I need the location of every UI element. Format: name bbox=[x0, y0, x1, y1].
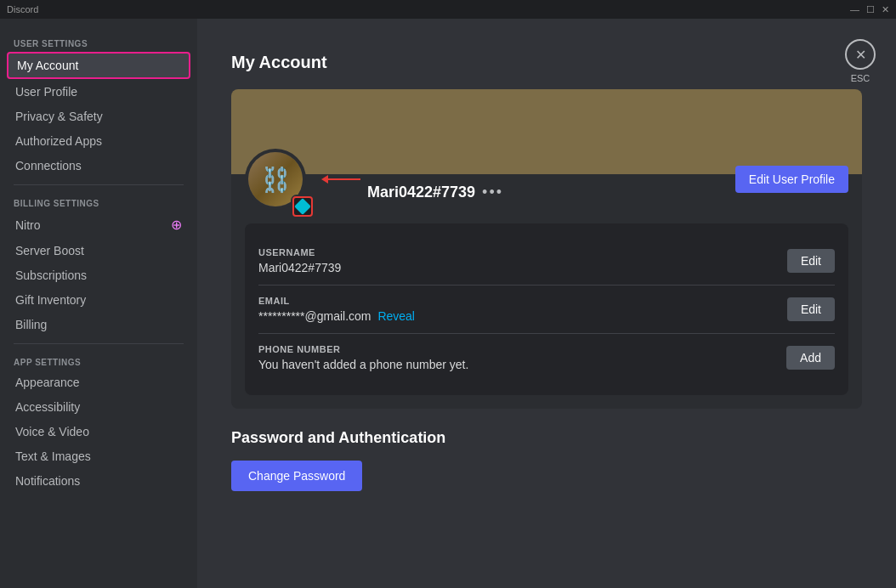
sidebar-item-my-account[interactable]: My Account bbox=[7, 52, 190, 79]
profile-info-row: ⛓️ Mari0422#7739 ••• Edit User Profile bbox=[231, 149, 862, 223]
username-row: Mari0422#7739 ••• bbox=[367, 184, 503, 201]
sidebar-item-appearance[interactable]: Appearance bbox=[7, 370, 190, 394]
sidebar-item-authorized-apps[interactable]: Authorized Apps bbox=[7, 129, 190, 153]
sidebar-label-gift-inventory: Gift Inventory bbox=[15, 293, 86, 307]
username-field-value: Mari0422#7739 bbox=[258, 261, 787, 274]
sidebar-label-text-images: Text & Images bbox=[15, 449, 91, 463]
maximize-button[interactable]: ☐ bbox=[866, 4, 875, 15]
sidebar-label-accessibility: Accessibility bbox=[15, 400, 80, 414]
page-title: My Account bbox=[231, 53, 862, 72]
app-settings-label: APP SETTINGS bbox=[7, 351, 190, 370]
sidebar-item-user-profile[interactable]: User Profile bbox=[7, 80, 190, 104]
username-field-row: USERNAME Mari0422#7739 Edit bbox=[258, 237, 835, 286]
arrow-annotation bbox=[321, 175, 360, 184]
email-field-label: EMAIL bbox=[258, 296, 787, 306]
sidebar-label-privacy-safety: Privacy & Safety bbox=[15, 110, 103, 123]
arrow-line bbox=[326, 178, 360, 180]
username-field-content: USERNAME Mari0422#7739 bbox=[258, 247, 787, 274]
sidebar-label-billing: Billing bbox=[15, 318, 47, 331]
sidebar-label-voice-video: Voice & Video bbox=[15, 425, 89, 438]
phone-add-button[interactable]: Add bbox=[786, 346, 835, 370]
sidebar-label-connections: Connections bbox=[15, 159, 82, 172]
app-body: USER SETTINGS My Account User Profile Pr… bbox=[0, 19, 896, 588]
nitro-icon: ⊕ bbox=[171, 217, 182, 233]
title-bar: Discord — ☐ ✕ bbox=[0, 0, 896, 19]
main-content: ✕ ESC My Account ⛓️ bbox=[197, 19, 896, 588]
close-button[interactable]: ✕ bbox=[882, 4, 889, 15]
esc-label: ESC bbox=[851, 73, 870, 83]
username-edit-button[interactable]: Edit bbox=[787, 249, 835, 273]
email-field-value: **********@gmail.com Reveal bbox=[258, 309, 787, 323]
phone-field-content: PHONE NUMBER You haven't added a phone n… bbox=[258, 344, 786, 371]
sidebar-item-subscriptions[interactable]: Subscriptions bbox=[7, 263, 190, 287]
sidebar-item-connections[interactable]: Connections bbox=[7, 154, 190, 178]
sidebar-label-notifications: Notifications bbox=[15, 474, 80, 488]
diamond-icon bbox=[294, 198, 311, 215]
sidebar-item-billing[interactable]: Billing bbox=[7, 313, 190, 336]
window-controls: — ☐ ✕ bbox=[850, 4, 889, 15]
password-section: Password and Authentication Change Passw… bbox=[231, 429, 862, 491]
username-display: Mari0422#7739 bbox=[367, 184, 475, 201]
username-field-label: USERNAME bbox=[258, 247, 787, 257]
billing-settings-label: BILLING SETTINGS bbox=[7, 192, 190, 212]
profile-card: ⛓️ Mari0422#7739 ••• Edit User Profile bbox=[231, 89, 862, 409]
phone-field-row: PHONE NUMBER You haven't added a phone n… bbox=[258, 334, 835, 382]
user-settings-label: USER SETTINGS bbox=[7, 32, 190, 52]
more-options-button[interactable]: ••• bbox=[482, 184, 503, 201]
phone-field-label: PHONE NUMBER bbox=[258, 344, 786, 354]
minimize-button[interactable]: — bbox=[850, 4, 859, 15]
sidebar-label-subscriptions: Subscriptions bbox=[15, 269, 87, 282]
app-title: Discord bbox=[7, 4, 38, 14]
phone-field-value: You haven't added a phone number yet. bbox=[258, 358, 786, 371]
divider-1 bbox=[14, 184, 184, 185]
sidebar-label-nitro: Nitro bbox=[15, 218, 41, 232]
edit-profile-button[interactable]: Edit User Profile bbox=[735, 166, 848, 193]
email-field-content: EMAIL **********@gmail.com Reveal bbox=[258, 296, 787, 323]
sidebar-label-user-profile: User Profile bbox=[15, 85, 77, 99]
sidebar-label-authorized-apps: Authorized Apps bbox=[15, 134, 102, 148]
sidebar-item-server-boost[interactable]: Server Boost bbox=[7, 239, 190, 263]
sidebar-label-server-boost: Server Boost bbox=[15, 244, 84, 257]
change-password-button[interactable]: Change Password bbox=[231, 461, 362, 491]
sidebar-item-gift-inventory[interactable]: Gift Inventory bbox=[7, 288, 190, 312]
sidebar: USER SETTINGS My Account User Profile Pr… bbox=[0, 19, 197, 588]
email-edit-button[interactable]: Edit bbox=[787, 297, 835, 321]
sidebar-item-nitro[interactable]: Nitro ⊕ bbox=[7, 212, 190, 238]
esc-button[interactable]: ✕ ESC bbox=[845, 39, 876, 83]
reveal-email-link[interactable]: Reveal bbox=[377, 309, 415, 323]
badge-icon bbox=[292, 196, 313, 217]
divider-2 bbox=[14, 343, 184, 344]
sidebar-item-accessibility[interactable]: Accessibility bbox=[7, 395, 190, 419]
sidebar-label-appearance: Appearance bbox=[15, 376, 80, 389]
avatar-wrapper: ⛓️ bbox=[245, 149, 306, 210]
sidebar-item-text-images[interactable]: Text & Images bbox=[7, 444, 190, 468]
fields-section: USERNAME Mari0422#7739 Edit EMAIL ******… bbox=[245, 223, 848, 395]
esc-circle-icon: ✕ bbox=[845, 39, 876, 70]
email-masked: **********@gmail.com bbox=[258, 309, 371, 323]
sidebar-label-my-account: My Account bbox=[17, 59, 78, 72]
sidebar-item-privacy-safety[interactable]: Privacy & Safety bbox=[7, 105, 190, 128]
sidebar-item-notifications[interactable]: Notifications bbox=[7, 469, 190, 493]
email-field-row: EMAIL **********@gmail.com Reveal Edit bbox=[258, 286, 835, 334]
sidebar-item-voice-video[interactable]: Voice & Video bbox=[7, 420, 190, 444]
password-section-title: Password and Authentication bbox=[231, 429, 862, 447]
